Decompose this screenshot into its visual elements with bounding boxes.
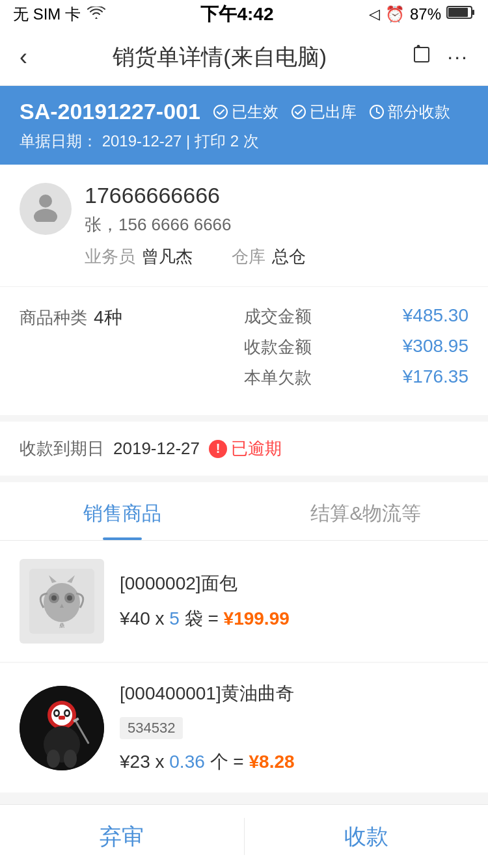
carrier-text: 无 SIM 卡 [13, 4, 81, 25]
status-right: ◁ ⏰ 87% [369, 5, 475, 23]
stats-section: 商品种类 4种 成交金额 ¥485.30 收款金额 ¥308.95 本单欠款 ¥… [0, 287, 488, 422]
customer-phone: 张，156 6666 6666 [85, 213, 468, 236]
banner-top: SA-20191227-001 已生效 已出库 部分收款 [20, 99, 468, 124]
customer-info: 17666666666 张，156 6666 6666 业务员 曾凡杰 仓库 总… [85, 183, 468, 268]
tab-settlement[interactable]: 结算&物流等 [244, 482, 488, 540]
battery-icon [446, 5, 475, 23]
product-total-1: ¥199.99 [224, 608, 290, 629]
svg-point-31 [64, 750, 77, 768]
product-price-2: ¥23 x 0.36 个 = ¥8.28 [120, 750, 468, 774]
sales-name: 曾凡杰 [142, 245, 193, 268]
deal-amount-value: ¥485.30 [403, 305, 468, 328]
deal-amount-label: 成交金额 [244, 305, 312, 328]
received-amount-label: 收款金额 [244, 336, 312, 359]
back-button[interactable]: ‹ [20, 44, 27, 71]
page-title: 销货单详情(来自电脑) [113, 42, 327, 72]
svg-point-13 [51, 595, 57, 601]
customer-meta: 业务员 曾凡杰 仓库 总仓 [85, 245, 468, 268]
received-amount-value: ¥308.95 [403, 336, 468, 359]
tab-products[interactable]: 销售商品 [0, 482, 244, 540]
svg-point-7 [39, 195, 52, 208]
header-banner: SA-20191227-001 已生效 已出库 部分收款 单据日期： 2019-… [0, 86, 488, 165]
badge-delivered: 已出库 [291, 102, 357, 122]
nav-bar: ‹ 销货单详情(来自电脑) ··· [0, 29, 488, 86]
product-info-1: [0000002]面包 ¥40 x 5 袋 = ¥199.99 [120, 571, 468, 631]
product-info-2: [000400001]黄油曲奇 534532 ¥23 x 0.36 个 = ¥8… [120, 681, 468, 774]
order-id: SA-20191227-001 [20, 99, 200, 124]
received-amount-row: 收款金额 ¥308.95 [244, 336, 468, 359]
tabs-section: 销售商品 结算&物流等 [0, 482, 488, 541]
warehouse-name: 总仓 [272, 245, 306, 268]
svg-rect-26 [59, 716, 65, 720]
nav-actions: ··· [412, 45, 468, 69]
sales-label: 业务员 [85, 245, 135, 268]
overdue-icon: ! [209, 440, 227, 458]
product-card-1: 鼎 [0000002]面包 ¥40 x 5 袋 = ¥199.99 [0, 541, 488, 662]
alarm-icon: ⏰ [385, 5, 405, 23]
product-types-row: 商品种类 4种 [20, 305, 244, 330]
svg-point-8 [34, 209, 57, 222]
product-price-1: ¥40 x 5 袋 = ¥199.99 [120, 606, 468, 631]
overdue-badge: ! 已逾期 [209, 437, 282, 460]
warehouse-label: 仓库 [232, 245, 265, 268]
avatar [20, 183, 72, 235]
product-name-1: [0000002]面包 [120, 571, 468, 596]
svg-rect-1 [448, 8, 468, 17]
cancel-button[interactable]: 弃审 [0, 805, 244, 868]
customer-name: 17666666666 [85, 183, 468, 208]
svg-rect-3 [414, 47, 429, 62]
stats-left: 商品种类 4种 [20, 305, 244, 332]
wifi-icon [87, 5, 105, 23]
confirm-button[interactable]: 收款 [245, 805, 489, 868]
product-total-2: ¥8.28 [249, 752, 294, 772]
owed-amount-row: 本单欠款 ¥176.35 [244, 366, 468, 389]
svg-point-14 [67, 595, 72, 601]
status-left: 无 SIM 卡 [13, 4, 105, 25]
svg-text:鼎: 鼎 [59, 623, 64, 629]
product-types-label: 商品种类 [20, 306, 87, 329]
product-name-2: [000400001]黄油曲奇 [120, 681, 468, 706]
product-image-1: 鼎 [20, 559, 104, 644]
due-date-value: 2019-12-27 [113, 439, 200, 459]
owed-amount-label: 本单欠款 [244, 366, 312, 389]
sales-info: 业务员 曾凡杰 [85, 245, 193, 268]
product-qty-1: 5 [169, 608, 180, 629]
warehouse-info: 仓库 总仓 [232, 245, 306, 268]
product-qty-2: 0.36 [169, 752, 205, 772]
due-date-label: 收款到期日 [20, 437, 104, 460]
battery-text: 87% [410, 5, 441, 23]
due-date-section: 收款到期日 2019-12-27 ! 已逾期 [0, 422, 488, 482]
stats-right: 成交金额 ¥485.30 收款金额 ¥308.95 本单欠款 ¥176.35 [244, 305, 468, 397]
user-icon [29, 189, 62, 229]
svg-point-5 [292, 105, 305, 118]
bottom-bar: 弃审 收款 [0, 804, 488, 868]
products-section: 鼎 [0000002]面包 ¥40 x 5 袋 = ¥199.99 [0, 541, 488, 793]
badge-partial: 部分收款 [370, 102, 450, 122]
product-card-2: [000400001]黄油曲奇 534532 ¥23 x 0.36 个 = ¥8… [0, 663, 488, 793]
more-icon[interactable]: ··· [447, 45, 468, 69]
owed-amount-value: ¥176.35 [403, 366, 468, 389]
customer-section: 17666666666 张，156 6666 6666 业务员 曾凡杰 仓库 总… [0, 165, 488, 287]
share-icon[interactable] [412, 45, 431, 69]
svg-point-10 [44, 583, 80, 622]
svg-rect-2 [472, 10, 474, 15]
svg-point-4 [214, 105, 227, 118]
svg-point-25 [66, 711, 69, 715]
overdue-text: 已逾期 [231, 437, 282, 460]
deal-amount-row: 成交金额 ¥485.30 [244, 305, 468, 328]
svg-point-30 [47, 750, 60, 768]
status-bar: 无 SIM 卡 下午4:42 ◁ ⏰ 87% [0, 0, 488, 29]
badge-effective: 已生效 [213, 102, 278, 122]
product-types-count: 4种 [94, 305, 122, 330]
banner-date-info: 单据日期： 2019-12-27 | 打印 2 次 [20, 131, 468, 152]
location-icon: ◁ [369, 6, 380, 23]
product-sku-2: 534532 [120, 717, 183, 739]
svg-point-24 [55, 711, 59, 715]
status-time: 下午4:42 [200, 2, 273, 27]
product-image-2 [20, 686, 104, 770]
